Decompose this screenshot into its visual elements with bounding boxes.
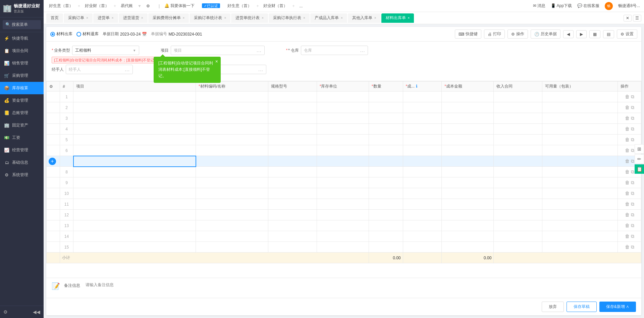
- project-input[interactable]: 项目 ...: [171, 46, 265, 55]
- search-menu-button[interactable]: 🔍 搜索菜单: [3, 20, 41, 29]
- tab-close-icon[interactable]: ×: [141, 16, 143, 20]
- delete-row-button[interactable]: 🗑: [625, 105, 630, 110]
- sidebar-item-finance[interactable]: 💰 资金管理: [0, 94, 44, 107]
- save-new-button[interactable]: 保存&新增 ∧: [599, 302, 636, 312]
- tab-menu-button[interactable]: ☰: [633, 15, 641, 21]
- tab-close-icon[interactable]: ×: [341, 16, 343, 20]
- tab-inbound-return[interactable]: 进货退货×: [119, 13, 148, 23]
- sidebar-item-ops[interactable]: 📈 经营管理: [0, 144, 44, 156]
- sidebar-item-project[interactable]: 📋 项目合同: [0, 45, 44, 57]
- copy-row-button[interactable]: ⧉: [631, 148, 634, 153]
- copy-row-button[interactable]: ⧉: [631, 169, 634, 175]
- sidebar-item-inventory[interactable]: 📦 库存核算: [0, 82, 44, 94]
- copy-row-button[interactable]: ⧉: [631, 223, 634, 228]
- sidebar-collapse-button[interactable]: ◀◀: [33, 309, 40, 315]
- top-nav-good-biz[interactable]: 好生意（首）: [48, 2, 74, 9]
- top-nav-good-finance2[interactable]: 好业财（首）: [262, 2, 289, 9]
- delete-row-button[interactable]: 🗑: [625, 126, 630, 131]
- copy-row-button[interactable]: ⧉: [631, 126, 634, 132]
- close-all-button[interactable]: ✕: [624, 15, 632, 21]
- sidebar-item-ledger[interactable]: 📒 总账管理: [0, 107, 44, 119]
- tab-close-icon[interactable]: ×: [262, 16, 264, 20]
- active-cell-input[interactable]: [76, 159, 194, 164]
- top-nav-good-biz2[interactable]: 好生意（首）: [226, 2, 253, 9]
- top-nav-try[interactable]: 🔔 我要体验一下: [163, 2, 196, 9]
- agent-input[interactable]: 经手人 ...: [66, 65, 133, 74]
- copy-row-button[interactable]: ⧉: [631, 233, 634, 239]
- copy-row-button[interactable]: ⧉: [631, 94, 634, 100]
- message-button[interactable]: ✉ 消息: [533, 3, 545, 9]
- delete-row-button[interactable]: 🗑: [625, 115, 630, 121]
- radio-material-out[interactable]: 材料出库: [50, 31, 72, 37]
- view-list-button[interactable]: ▦: [589, 30, 600, 38]
- sidebar-item-assets[interactable]: 🏢 固定资产: [0, 119, 44, 131]
- notes-input[interactable]: [84, 281, 636, 294]
- copy-row-button[interactable]: ⧉: [631, 137, 634, 143]
- tab-material-out[interactable]: 材料出库单×: [381, 13, 414, 23]
- print-button[interactable]: 🖨 打印: [484, 30, 505, 39]
- copy-row-button[interactable]: ⧉: [631, 158, 634, 164]
- sidebar-item-sales[interactable]: 📊 销售管理: [0, 57, 44, 69]
- sidebar-settings-button[interactable]: ⚙: [3, 309, 8, 315]
- copy-row-button[interactable]: ⧉: [631, 191, 634, 196]
- tab-other-in[interactable]: 其他入库单×: [348, 13, 381, 23]
- copy-row-button[interactable]: ⧉: [631, 212, 634, 218]
- warehouse-input[interactable]: 仓库 ...: [301, 46, 368, 55]
- sidebar-item-system[interactable]: ⚙ 系统管理: [0, 169, 44, 181]
- delete-row-button[interactable]: 🗑: [625, 158, 630, 164]
- copy-row-button[interactable]: ⧉: [631, 180, 634, 186]
- top-nav-more[interactable]: ...: [298, 3, 304, 9]
- app-download-button[interactable]: 📱 App下载: [551, 3, 572, 9]
- calendar-icon[interactable]: 📅: [142, 32, 147, 37]
- tab-inbound-stat[interactable]: 进货单统计表×: [231, 13, 268, 23]
- tab-close-icon[interactable]: ×: [303, 16, 305, 20]
- tab-close-icon[interactable]: ×: [183, 16, 185, 20]
- tab-product-in[interactable]: 产成品入库单×: [310, 13, 347, 23]
- col-settings-header[interactable]: ⚙: [47, 82, 60, 92]
- tab-close-icon[interactable]: ×: [374, 16, 376, 20]
- shortcut-button[interactable]: ⌨ 快捷键: [455, 30, 481, 39]
- delete-row-button[interactable]: 🗑: [625, 169, 630, 174]
- sidebar-item-quick-nav[interactable]: ⚡ 快捷导航: [0, 32, 44, 45]
- user-avatar[interactable]: 畅: [605, 2, 613, 10]
- tab-purchase-exec[interactable]: 采购订单执行表×: [269, 13, 310, 23]
- copy-row-button[interactable]: ⧉: [631, 105, 634, 110]
- delete-row-button[interactable]: 🗑: [625, 137, 630, 142]
- copy-row-button[interactable]: ⧉: [631, 201, 634, 207]
- nav-prev-button[interactable]: ◀: [563, 30, 574, 38]
- tab-inbound[interactable]: 进货单×: [93, 13, 118, 23]
- add-row-button[interactable]: +: [49, 158, 56, 165]
- right-panel-btn-2[interactable]: ✏: [635, 154, 644, 164]
- copy-row-button[interactable]: ⧉: [631, 115, 634, 121]
- delete-row-button[interactable]: 🗑: [625, 223, 630, 228]
- delete-row-button[interactable]: 🗑: [625, 212, 630, 217]
- tab-purchase-order[interactable]: 采购订单×: [64, 13, 93, 23]
- delete-row-button[interactable]: 🗑: [625, 244, 630, 250]
- discard-button[interactable]: 放弃: [542, 302, 564, 312]
- delete-row-button[interactable]: 🗑: [625, 148, 630, 153]
- biz-type-input[interactable]: 工程领料 ▼: [72, 46, 139, 55]
- tab-close-icon[interactable]: ×: [408, 16, 410, 20]
- delete-row-button[interactable]: 🗑: [625, 233, 630, 239]
- tab-close-icon[interactable]: ×: [86, 16, 88, 20]
- page-settings-button[interactable]: ⚙ 设置: [617, 30, 637, 39]
- tab-close-icon[interactable]: ×: [112, 16, 114, 20]
- sidebar-item-purchase[interactable]: 🛒 采购管理: [0, 69, 44, 82]
- save-draft-button[interactable]: 保存草稿: [567, 302, 597, 312]
- operations-button[interactable]: ⚙ 操作: [507, 30, 528, 39]
- delete-row-button[interactable]: 🗑: [625, 180, 630, 185]
- tab-home[interactable]: 首页: [46, 13, 63, 23]
- top-nav-settings[interactable]: ⚙: [145, 3, 151, 9]
- top-nav-easy-trade[interactable]: 易代账: [119, 2, 134, 9]
- sidebar-item-basic[interactable]: 🗂 基础信息: [0, 156, 44, 169]
- history-button[interactable]: 🕐 历史单据: [531, 30, 560, 39]
- right-panel-btn-1[interactable]: ⊞: [635, 144, 644, 154]
- radio-material-return[interactable]: 材料退库: [76, 31, 99, 37]
- top-nav-good-finance[interactable]: 好业财（首）: [84, 2, 110, 9]
- tab-close-icon[interactable]: ×: [224, 16, 226, 20]
- delete-row-button[interactable]: 🗑: [625, 191, 630, 196]
- delete-row-button[interactable]: 🗑: [625, 201, 630, 207]
- tab-purchase-stat[interactable]: 采购订单统计表×: [190, 13, 230, 23]
- sidebar-item-payroll[interactable]: 💵 工资: [0, 131, 44, 144]
- view-detail-button[interactable]: ▤: [603, 30, 614, 38]
